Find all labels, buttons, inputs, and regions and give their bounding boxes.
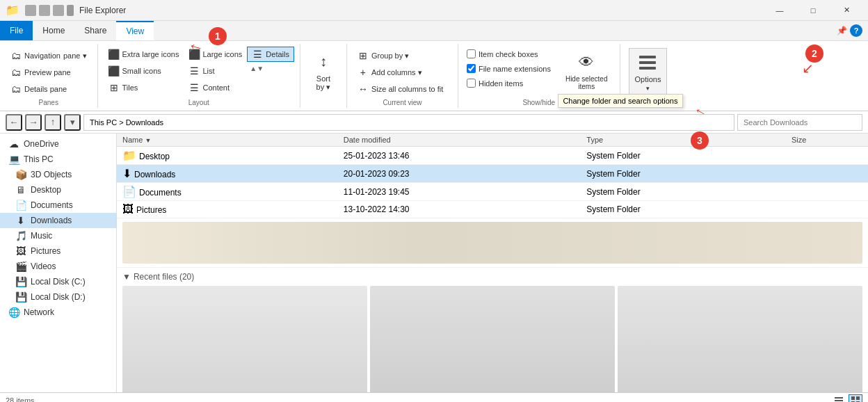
desktop-icon: 🖥: [15, 184, 26, 195]
music-icon: 🎵: [15, 230, 26, 241]
sidebar-item-diskc[interactable]: 💾 Local Disk (C:): [0, 274, 116, 289]
item-count: 28 items: [6, 396, 35, 403]
file-extensions-check[interactable]: File name extensions: [464, 63, 554, 74]
col-size[interactable]: Size: [786, 134, 868, 147]
address-bar[interactable]: [83, 114, 734, 131]
tiles-button[interactable]: ⊞ Tiles: [104, 80, 184, 95]
add-columns-button[interactable]: + Add columns ▾: [353, 65, 427, 80]
preview-pane-icon: 🗂: [10, 67, 22, 78]
large-icons-icon: ⬛: [188, 49, 200, 60]
list-view-button[interactable]: [832, 394, 846, 403]
item-checkboxes-check[interactable]: Item check boxes: [464, 48, 554, 60]
sort-by-button[interactable]: ↕ Sortby ▾: [306, 47, 341, 95]
help-icon: ?: [850, 24, 862, 37]
documents-icon: 📄: [15, 200, 26, 211]
recent-files-header[interactable]: ▼ Recent files (20): [117, 268, 868, 283]
nav-pane-icon: 🗂: [10, 50, 22, 61]
col-type[interactable]: Type: [581, 134, 786, 147]
folder-icon-desktop: 📁: [122, 150, 136, 161]
sidebar-item-3dobjects[interactable]: 📦 3D Objects: [0, 167, 116, 182]
sidebar-item-onedrive[interactable]: ☁ OneDrive: [0, 136, 116, 152]
close-button[interactable]: ✕: [830, 0, 862, 21]
back-button[interactable]: ←: [6, 114, 22, 131]
sidebar-item-diskd[interactable]: 💾 Local Disk (D:): [0, 289, 116, 305]
sidebar-item-desktop[interactable]: 🖥 Desktop: [0, 182, 116, 198]
options-icon: [636, 51, 659, 74]
details-button[interactable]: ☰ Details: [247, 47, 294, 62]
ribbon: 🗂 Navigation pane ▾ 🗂 Preview pane 🗂 Det…: [0, 41, 868, 111]
hidden-items-check[interactable]: Hidden items: [464, 77, 554, 89]
diskd-icon: 💾: [15, 291, 26, 303]
tab-share[interactable]: Share: [74, 21, 116, 40]
annotation-2: 2: [805, 45, 823, 63]
ribbon-group-sort: ↕ Sortby ▾: [300, 44, 347, 108]
downloads-icon: ⬇: [15, 215, 26, 226]
title-bar: 📁 File Explorer — □ ✕: [0, 0, 868, 21]
file-pane: Name ▼ Date modified Type Size 📁Desktop …: [117, 134, 868, 392]
navigation-bar: ← → ↑ ▾: [0, 111, 868, 134]
pin-icon: 📌: [837, 26, 847, 35]
tab-file[interactable]: File: [0, 21, 33, 40]
group-by-icon: ⊞: [357, 50, 369, 61]
hide-selected-icon: 👁: [575, 51, 597, 74]
detail-view-button[interactable]: [849, 394, 862, 403]
recent-chevron: ▼: [122, 272, 131, 282]
sidebar-item-videos[interactable]: 🎬 Videos: [0, 259, 116, 274]
current-view-group-label: Current view: [347, 99, 458, 108]
svg-rect-4: [835, 400, 843, 401]
hidden-items-input[interactable]: [467, 79, 476, 88]
large-icons-button[interactable]: ⬛ Large icons: [184, 47, 247, 62]
tab-home[interactable]: Home: [33, 21, 74, 40]
sidebar-item-network[interactable]: 🌐 Network: [0, 305, 116, 320]
navigation-pane-button[interactable]: 🗂 Navigation pane ▾: [6, 48, 92, 63]
search-bar[interactable]: [737, 114, 862, 131]
sidebar-item-documents[interactable]: 📄 Documents: [0, 198, 116, 213]
table-row[interactable]: 📄Documents 11-01-2023 19:45 System Folde…: [117, 183, 868, 201]
onedrive-icon: ☁: [8, 138, 19, 150]
pictures-icon: 🖼: [15, 246, 26, 257]
small-icons-button[interactable]: ⬛ Small icons: [104, 63, 184, 79]
ribbon-group-options: Options ▾ Change folder and search optio…: [620, 44, 676, 108]
videos-icon: 🎬: [15, 261, 26, 272]
list-icon: ☰: [188, 65, 200, 77]
item-checkboxes-input[interactable]: [467, 49, 476, 58]
recent-files-label: Recent files (20): [134, 272, 194, 282]
status-bar: 28 items: [0, 392, 868, 402]
col-date[interactable]: Date modified: [338, 134, 581, 147]
options-button[interactable]: Options ▾: [629, 48, 668, 95]
col-name[interactable]: Name ▼: [117, 134, 338, 147]
options-label: Options: [635, 75, 661, 83]
recent-button[interactable]: ▾: [64, 114, 81, 131]
table-row[interactable]: ⬇Downloads 20-01-2023 09:23 System Folde…: [117, 165, 868, 183]
thispc-icon: 💻: [8, 154, 19, 165]
extra-large-icon: ⬛: [108, 49, 120, 60]
forward-button[interactable]: →: [25, 114, 42, 131]
sidebar-item-pictures[interactable]: 🖼 Pictures: [0, 243, 116, 259]
sidebar-item-music[interactable]: 🎵 Music: [0, 228, 116, 243]
sidebar-item-downloads[interactable]: ⬇ Downloads: [0, 213, 116, 228]
file-extensions-input[interactable]: [467, 64, 476, 73]
hide-selected-button[interactable]: 👁 Hide selecteditems: [559, 48, 614, 94]
details-pane-button[interactable]: 🗂 Details pane: [6, 81, 72, 97]
tiles-icon: ⊞: [108, 82, 120, 93]
panes-label: Panes: [0, 99, 97, 108]
sidebar-item-thispc[interactable]: 💻 This PC: [0, 152, 116, 167]
sort-icon: ↕: [312, 51, 335, 73]
change-folder-label: Change folder and search options: [563, 97, 677, 105]
table-row[interactable]: 🖼Pictures 13-10-2022 14:30 System Folder: [117, 201, 868, 218]
sidebar: ☁ OneDrive 💻 This PC 📦 3D Objects 🖥 Desk…: [0, 134, 117, 392]
up-button[interactable]: ↑: [45, 114, 61, 131]
layout-expand-button[interactable]: ▲▼: [247, 63, 294, 74]
minimize-button[interactable]: —: [764, 0, 796, 21]
list-button[interactable]: ☰ List: [184, 63, 247, 79]
extra-large-icons-button[interactable]: ⬛ Extra large icons: [104, 47, 184, 62]
preview-pane-button[interactable]: 🗂 Preview pane: [6, 65, 76, 80]
maximize-button[interactable]: □: [797, 0, 829, 21]
group-by-button[interactable]: ⊞ Group by ▾: [353, 48, 414, 63]
content-button[interactable]: ☰ Content: [184, 80, 247, 95]
table-row[interactable]: 📁Desktop 25-01-2023 13:46 System Folder: [117, 147, 868, 165]
tab-view[interactable]: View: [116, 21, 154, 40]
diskc-icon: 💾: [15, 276, 26, 287]
tb-icon-2: [39, 5, 50, 16]
size-all-columns-button[interactable]: ↔ Size all columns to fit: [353, 81, 448, 97]
